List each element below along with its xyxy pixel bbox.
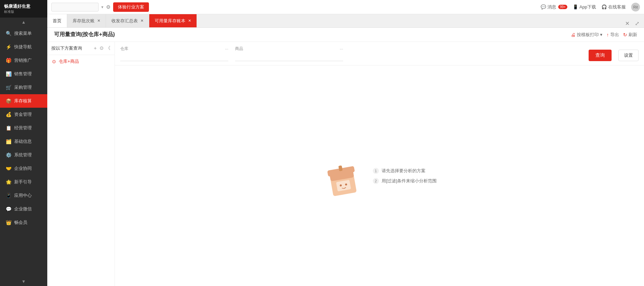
sidebar-scroll: 🔍 搜索菜单 ⚡ 快捷导航 🎁 营销推广 📊 销售管理 🛒 采购管理 📦 库存核… bbox=[0, 27, 47, 277]
sidebar-scroll-up[interactable]: ▲ bbox=[0, 18, 47, 27]
query-button[interactable]: 查询 bbox=[589, 50, 612, 61]
topbar: ▾ ⚙ 体验行业方案 💬 消息 99+ 📱 App下载 🎧 在线客服 Rit bbox=[47, 0, 644, 14]
collapse-filter-icon[interactable]: 《 bbox=[106, 45, 110, 51]
sidebar-item-enterprise[interactable]: 🤝 企业协同 bbox=[0, 162, 47, 175]
topbar-chevron-icon[interactable]: ▾ bbox=[101, 5, 103, 9]
tab-batch-ledger[interactable]: 库存批次账✕ bbox=[67, 14, 106, 27]
filter-actions: ＋ ⊙ 《 bbox=[93, 45, 110, 51]
filter-item-仓库+商品[interactable]: ⊙ 仓库+商品 bbox=[47, 55, 114, 68]
print-icon: 🖨 bbox=[571, 32, 575, 37]
app-center-icon: 📱 bbox=[5, 193, 11, 198]
refresh-icon: ↻ bbox=[623, 32, 627, 37]
filter-item-icon: ⊙ bbox=[52, 59, 56, 64]
tab-close-available-ledger[interactable]: ✕ bbox=[188, 19, 191, 23]
query-field-input-goods[interactable] bbox=[235, 53, 343, 61]
main-area: ▾ ⚙ 体验行业方案 💬 消息 99+ 📱 App下载 🎧 在线客服 Rit bbox=[47, 0, 644, 286]
query-field-warehouse: 仓库 ··· bbox=[120, 46, 228, 61]
tab-label-home: 首页 bbox=[53, 18, 61, 24]
sidebar-item-basic-info[interactable]: 🗂️ 基础信息 bbox=[0, 135, 47, 148]
query-field-more-goods[interactable]: ··· bbox=[340, 47, 343, 51]
inventory-icon: 📦 bbox=[5, 98, 11, 104]
app-download-button[interactable]: 📱 App下载 bbox=[573, 4, 596, 10]
purchase-icon: 🛒 bbox=[5, 85, 11, 90]
sidebar-item-label: 采购管理 bbox=[14, 84, 32, 90]
online-service-button[interactable]: 🎧 在线客服 bbox=[601, 4, 626, 10]
sidebar-item-finance[interactable]: 💰 资金管理 bbox=[0, 108, 47, 121]
page-title: 可用量查询(按仓库+商品) bbox=[54, 31, 115, 38]
sidebar-item-purchase[interactable]: 🛒 采购管理 bbox=[0, 81, 47, 94]
basic-info-icon: 🗂️ bbox=[5, 139, 11, 144]
query-field-input-warehouse[interactable] bbox=[120, 53, 228, 61]
page-header: 可用量查询(按仓库+商品) 🖨 按模板打印 ▾ ↑ 导出 ↻ 刷新 bbox=[47, 28, 644, 42]
sidebar-item-label: 基础信息 bbox=[14, 138, 32, 145]
finance-icon: 💰 bbox=[5, 112, 11, 117]
sidebar-item-search[interactable]: 🔍 搜索菜单 bbox=[0, 27, 47, 40]
user-menu[interactable]: Rit bbox=[631, 3, 640, 11]
sidebar-item-shortcut[interactable]: ⚡ 快捷导航 bbox=[0, 40, 47, 54]
empty-tip-1-text: 请先选择要分析的方案 bbox=[382, 168, 426, 174]
tab-close-batch-ledger[interactable]: ✕ bbox=[97, 19, 100, 23]
sidebar-item-newbie[interactable]: 🌟 新手引导 bbox=[0, 175, 47, 189]
print-label: 按模板打印 bbox=[577, 32, 599, 38]
empty-illustration bbox=[322, 156, 363, 196]
sidebar-item-vip[interactable]: 👑 畅会员 bbox=[0, 216, 47, 229]
sidebar-item-app-center[interactable]: 📱 应用中心 bbox=[0, 189, 47, 202]
close-tab-button[interactable]: ✕ bbox=[623, 20, 632, 27]
query-field-goods: 商品 ··· bbox=[235, 46, 343, 61]
sidebar-scroll-down[interactable]: ▼ bbox=[0, 277, 47, 286]
sidebar-item-label: 营销推广 bbox=[14, 57, 32, 63]
sidebar-item-marketing-promo[interactable]: 🎁 营销推广 bbox=[0, 54, 47, 67]
query-field-label-warehouse: 仓库 ··· bbox=[120, 46, 228, 52]
search-icon: 🔍 bbox=[5, 31, 11, 36]
message-button[interactable]: 💬 消息 99+ bbox=[541, 4, 567, 10]
tab-available-ledger[interactable]: 可用量库存账本✕ bbox=[149, 14, 197, 27]
tab-collect-summary[interactable]: 收发存汇总表✕ bbox=[106, 14, 149, 27]
online-service-label: 在线客服 bbox=[608, 4, 626, 10]
sales-icon: 📊 bbox=[5, 71, 11, 77]
maximize-tab-button[interactable]: ⤢ bbox=[633, 20, 641, 27]
print-template-button[interactable]: 🖨 按模板打印 ▾ bbox=[571, 32, 602, 38]
topbar-search-input[interactable] bbox=[51, 3, 99, 11]
sidebar-item-sales[interactable]: 📊 销售管理 bbox=[0, 67, 47, 81]
trial-button[interactable]: 体验行业方案 bbox=[113, 2, 149, 12]
add-filter-icon[interactable]: ＋ bbox=[93, 45, 98, 51]
filter-panel: 按以下方案查询 ＋ ⊙ 《 ⊙ 仓库+商品 bbox=[47, 42, 115, 286]
sidebar-item-operations[interactable]: 📋 经营管理 bbox=[0, 121, 47, 135]
filter-item-label: 仓库+商品 bbox=[59, 58, 79, 64]
export-button[interactable]: ↑ 导出 bbox=[607, 32, 619, 38]
topbar-gear-icon[interactable]: ⚙ bbox=[106, 4, 110, 10]
sidebar-item-label: 快捷导航 bbox=[14, 44, 32, 50]
filter-panel-title: 按以下方案查询 bbox=[51, 45, 82, 51]
sidebar-item-system[interactable]: ⚙️ 系统管理 bbox=[0, 148, 47, 162]
newbie-icon: 🌟 bbox=[5, 179, 11, 185]
query-field-more-warehouse[interactable]: ··· bbox=[225, 47, 228, 51]
sidebar-header: 畅康通好生意 标准版 bbox=[0, 0, 47, 18]
app-download-label: App下载 bbox=[579, 4, 596, 10]
wechat-icon: 💬 bbox=[5, 206, 11, 212]
sidebar-item-label: 经营管理 bbox=[14, 125, 32, 131]
tab-home[interactable]: 首页 bbox=[47, 14, 67, 27]
tab-label-available-ledger: 可用量库存账本 bbox=[155, 18, 185, 24]
tab-label-batch-ledger: 库存批次账 bbox=[73, 18, 95, 24]
message-badge: 99+ bbox=[558, 5, 567, 9]
refresh-button[interactable]: ↻ 刷新 bbox=[623, 32, 637, 38]
export-icon: ↑ bbox=[607, 32, 609, 37]
empty-tips: 1 请先选择要分析的方案 2 用[过滤]条件来缩小分析范围 bbox=[373, 168, 437, 184]
sidebar-item-label: 销售管理 bbox=[14, 71, 32, 77]
filter-header: 按以下方案查询 ＋ ⊙ 《 bbox=[47, 42, 114, 55]
message-label: 消息 bbox=[547, 4, 556, 10]
settings-filter-icon[interactable]: ⊙ bbox=[100, 45, 104, 51]
sidebar-item-wechat[interactable]: 💬 企业微信 bbox=[0, 202, 47, 216]
sidebar-item-label: 应用中心 bbox=[14, 192, 32, 199]
headset-icon: 🎧 bbox=[601, 4, 607, 9]
sidebar-item-inventory[interactable]: 📦 库存核算 bbox=[0, 94, 47, 108]
sidebar-item-label: 企业微信 bbox=[14, 206, 32, 212]
sidebar: 畅康通好生意 标准版 ▲ 🔍 搜索菜单 ⚡ 快捷导航 🎁 营销推广 📊 销售管理… bbox=[0, 0, 47, 286]
avatar: Rit bbox=[631, 3, 640, 11]
shortcut-icon: ⚡ bbox=[5, 44, 11, 50]
tab-close-collect-summary[interactable]: ✕ bbox=[140, 19, 144, 23]
settings-button[interactable]: 设置 bbox=[618, 50, 639, 61]
empty-state: 1 请先选择要分析的方案 2 用[过滤]条件来缩小分析范围 bbox=[115, 66, 644, 286]
empty-tip-2: 2 用[过滤]条件来缩小分析范围 bbox=[373, 178, 437, 184]
topbar-right: 💬 消息 99+ 📱 App下载 🎧 在线客服 Rit bbox=[541, 3, 640, 11]
